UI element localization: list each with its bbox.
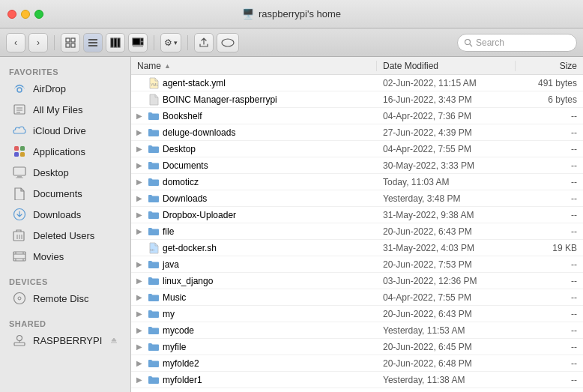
file-name-cell: ▶ myfolde2 <box>131 358 377 370</box>
sidebar-item-label: Movies <box>33 251 64 262</box>
deleted-users-icon <box>12 228 27 243</box>
view-icons-button[interactable] <box>61 33 80 52</box>
sidebar-item-icloud[interactable]: iCloud Drive <box>3 120 127 141</box>
file-date-cell: Yesterday, 3:48 PM <box>377 193 516 204</box>
table-row[interactable]: ▶ myfolder1 Yesterday, 11:38 AM -- <box>131 372 583 388</box>
svg-rect-5 <box>88 42 97 43</box>
eject-icon[interactable] <box>109 336 118 345</box>
expand-arrow[interactable]: ▶ <box>134 178 145 186</box>
view-gallery-button[interactable] <box>128 33 148 52</box>
file-size-cell: -- <box>516 144 583 154</box>
file-icon <box>148 176 160 188</box>
table-row[interactable]: ▶ myfolder2 Yesterday, 11:41 AM -- <box>131 388 583 392</box>
sidebar-item-remote-disc[interactable]: Remote Disc <box>3 288 127 309</box>
table-row[interactable]: ▶ deluge-downloads 27-Jun-2022, 4:39 PM … <box>131 124 583 141</box>
expand-arrow[interactable]: ▶ <box>134 343 145 351</box>
sidebar-item-downloads[interactable]: Downloads <box>3 204 127 225</box>
movies-icon <box>12 249 27 264</box>
file-name-cell: ▶ Desktop <box>131 143 377 155</box>
file-size-cell: -- <box>516 276 583 286</box>
expand-arrow[interactable]: ▶ <box>134 227 145 235</box>
column-name[interactable]: Name ▲ <box>131 61 377 71</box>
svg-rect-3 <box>71 43 75 47</box>
table-row[interactable]: BOINC Manager-raspberrypi 16-Jun-2022, 3… <box>131 91 583 108</box>
title-icon: 🖥️ <box>242 8 254 19</box>
all-files-icon <box>12 102 27 117</box>
view-columns-button[interactable] <box>106 33 125 52</box>
file-name-cell: ▶ myfolder1 <box>131 374 377 386</box>
file-name-cell: ▶ linux_django <box>131 275 377 287</box>
table-row[interactable]: SH get-docker.sh 31-May-2022, 4:03 PM 19… <box>131 240 583 256</box>
expand-arrow[interactable]: ▶ <box>134 260 145 268</box>
network-icon <box>12 333 27 348</box>
expand-arrow[interactable]: ▶ <box>134 128 145 136</box>
sidebar-item-all-my-files[interactable]: All My Files <box>3 99 127 120</box>
table-row[interactable]: ▶ my 20-Jun-2022, 6:43 PM -- <box>131 306 583 322</box>
table-row[interactable]: ▶ Bookshelf 04-Apr-2022, 7:36 PM -- <box>131 108 583 124</box>
table-row[interactable]: ▶ Documents 30-May-2022, 3:33 PM -- <box>131 157 583 174</box>
maximize-button[interactable] <box>34 10 43 19</box>
expand-arrow[interactable]: ▶ <box>134 277 145 285</box>
table-row[interactable]: ▶ Music 04-Apr-2022, 7:55 PM -- <box>131 289 583 306</box>
expand-arrow[interactable]: ▶ <box>134 161 145 169</box>
expand-arrow[interactable]: ▶ <box>134 211 145 219</box>
table-row[interactable]: ▶ myfile 20-Jun-2022, 6:45 PM -- <box>131 339 583 355</box>
forward-icon: › <box>37 37 40 48</box>
table-row[interactable]: ▶ java 20-Jun-2022, 7:53 PM -- <box>131 256 583 273</box>
file-name-cell: YML agent-stack.yml <box>131 77 377 89</box>
back-button[interactable]: ‹ <box>6 33 25 52</box>
file-name-cell: ▶ Documents <box>131 160 377 172</box>
minimize-button[interactable] <box>21 10 30 19</box>
expand-arrow[interactable]: ▶ <box>134 112 145 120</box>
expand-arrow[interactable]: ▶ <box>134 376 145 384</box>
expand-arrow[interactable]: ▶ <box>134 293 145 301</box>
icloud-icon <box>12 123 27 138</box>
table-row[interactable]: ▶ myfolde2 20-Jun-2022, 6:48 PM -- <box>131 355 583 372</box>
disc-icon <box>12 291 27 306</box>
share-button[interactable] <box>194 33 214 52</box>
sidebar-item-desktop[interactable]: Desktop <box>3 162 127 183</box>
expand-arrow[interactable]: ▶ <box>134 359 145 367</box>
table-row[interactable]: ▶ Dropbox-Uploader 31-May-2022, 9:38 AM … <box>131 207 583 223</box>
sidebar-item-movies[interactable]: Movies <box>3 246 127 267</box>
window-title: 🖥️ raspberrypi's home <box>242 8 341 19</box>
file-icon <box>148 127 160 139</box>
table-row[interactable]: ▶ mycode Yesterday, 11:53 AM -- <box>131 322 583 339</box>
file-name: Documents <box>163 160 208 171</box>
sidebar-item-label: Downloads <box>33 209 81 220</box>
view-list-button[interactable] <box>83 33 103 52</box>
file-date-cell: 20-Jun-2022, 7:53 PM <box>377 259 516 270</box>
tag-button[interactable] <box>217 33 239 52</box>
view-list-icon <box>88 37 98 48</box>
table-row[interactable]: ▶ Downloads Yesterday, 3:48 PM -- <box>131 190 583 207</box>
sidebar-item-applications[interactable]: Applications <box>3 141 127 162</box>
file-name-cell: ▶ java <box>131 259 377 271</box>
file-size-cell: -- <box>516 309 583 319</box>
expand-arrow[interactable]: ▶ <box>134 145 145 153</box>
sidebar-item-documents[interactable]: Documents <box>3 183 127 204</box>
table-row[interactable]: YML agent-stack.yml 02-Jun-2022, 11:15 A… <box>131 75 583 91</box>
sidebar-item-airdrop[interactable]: AirDrop <box>3 78 127 99</box>
column-size[interactable]: Size <box>516 61 583 71</box>
close-button[interactable] <box>7 10 16 19</box>
action-button[interactable]: ⚙ ▾ <box>160 33 181 52</box>
table-row[interactable]: ▶ domoticz Today, 11:03 AM -- <box>131 174 583 190</box>
file-name: java <box>163 259 179 270</box>
expand-arrow[interactable]: ▶ <box>134 194 145 202</box>
file-date-cell: 04-Apr-2022, 7:36 PM <box>377 111 516 121</box>
file-name: BOINC Manager-raspberrypi <box>163 94 277 105</box>
expand-arrow[interactable]: ▶ <box>134 310 145 318</box>
column-date[interactable]: Date Modified <box>377 61 516 71</box>
table-row[interactable]: ▶ Desktop 04-Apr-2022, 7:55 PM -- <box>131 141 583 157</box>
table-row[interactable]: ▶ file 20-Jun-2022, 6:43 PM -- <box>131 223 583 240</box>
table-row[interactable]: ▶ linux_django 03-Jun-2022, 12:36 PM -- <box>131 273 583 289</box>
forward-button[interactable]: › <box>28 33 48 52</box>
view-columns-icon <box>110 37 121 48</box>
file-size-cell: -- <box>516 177 583 187</box>
sidebar-item-raspberrypi[interactable]: RASPBERRYPI <box>3 330 127 351</box>
file-date-cell: 20-Jun-2022, 6:43 PM <box>377 226 516 237</box>
sidebar-item-deleted-users[interactable]: Deleted Users <box>3 225 127 246</box>
search-box[interactable]: Search <box>457 34 577 52</box>
svg-point-42 <box>18 297 21 300</box>
expand-arrow[interactable]: ▶ <box>134 326 145 334</box>
